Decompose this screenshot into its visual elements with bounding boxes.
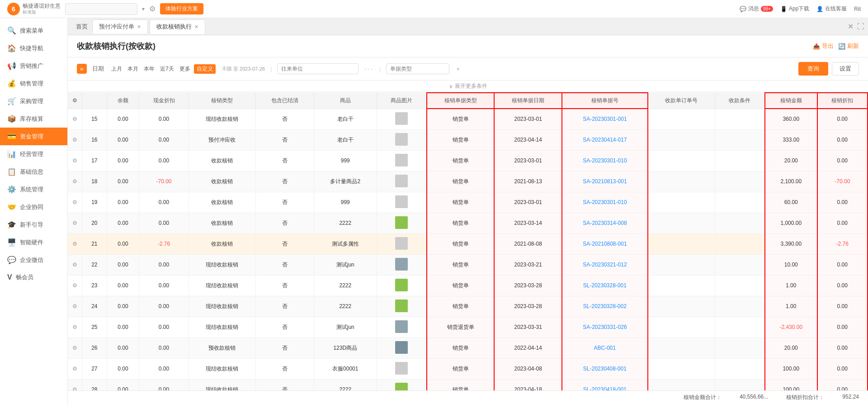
- query-button[interactable]: 查询: [798, 62, 828, 76]
- td-receipt-order-no: [648, 192, 715, 213]
- td-settings[interactable]: ⚙: [68, 275, 82, 296]
- date-more-btn[interactable]: 更多: [178, 64, 192, 74]
- bill-no-link[interactable]: SA-20230314-008: [583, 220, 627, 226]
- trial-button[interactable]: 体验行业方案: [160, 3, 203, 14]
- tab-receipt-close-icon[interactable]: ✕: [194, 24, 198, 30]
- bill-no-link[interactable]: SA-20230331-026: [583, 324, 627, 330]
- bill-no-link[interactable]: SA-20210813-001: [583, 178, 627, 185]
- sidebar-item-label: 采购管理: [20, 97, 43, 105]
- td-bill-no[interactable]: SL-20230418-001: [562, 379, 648, 390]
- tab-expand-btn[interactable]: ⛶: [857, 22, 864, 31]
- table-area[interactable]: ⚙ 余额 现金折扣 核销类型 包含已结清 商品 商品图片 核销单据类型 核销单据…: [68, 92, 868, 390]
- sidebar-item-sales[interactable]: 💰 销售管理: [0, 75, 67, 92]
- td-settings[interactable]: ⚙: [68, 254, 82, 275]
- td-settings[interactable]: ⚙: [68, 379, 82, 390]
- sidebar-item-collab[interactable]: 🤝 企业协同: [0, 198, 67, 216]
- td-cancel-discount: 0.00: [817, 254, 868, 275]
- date-7days-btn[interactable]: 近7天: [158, 64, 176, 74]
- td-bill-no[interactable]: SA-20210808-001: [562, 233, 648, 254]
- top-bar-right: 💬 消息 99+ 📱 App下载 👤 在线客服 Rit: [740, 5, 861, 13]
- sidebar-item-operation[interactable]: 📊 经营管理: [0, 145, 67, 163]
- td-bill-no[interactable]: SA-20230301-010: [562, 192, 648, 213]
- filter-expand-btn[interactable]: »: [77, 64, 87, 74]
- bill-no-link[interactable]: SA-20230301-010: [583, 199, 627, 205]
- td-settings[interactable]: ⚙: [68, 192, 82, 213]
- tab-receipt[interactable]: 收款核销执行 ✕: [150, 19, 205, 34]
- td-bill-no[interactable]: SA-20210813-001: [562, 171, 648, 192]
- th-settings[interactable]: ⚙: [68, 93, 82, 109]
- td-bill-no[interactable]: SA-20230301-010: [562, 150, 648, 171]
- sidebar-item-hardware[interactable]: 🖥️ 智能硬件: [0, 233, 67, 251]
- page-title-row: 收款核销执行(按收款) 📤 导出 🔄 刷新: [77, 41, 859, 52]
- td-cancel-type: 收款核销: [189, 213, 255, 233]
- td-bill-no[interactable]: SA-20230414-017: [562, 129, 648, 150]
- td-bill-no[interactable]: SA-20230314-008: [562, 213, 648, 233]
- export-button[interactable]: 📤 导出: [813, 42, 834, 50]
- td-settings[interactable]: ⚙: [68, 171, 82, 192]
- sidebar-item-basic[interactable]: 📋 基础信息: [0, 163, 67, 181]
- bill-no-link[interactable]: SL-20230328-001: [583, 282, 627, 289]
- tab-prepay[interactable]: 预付冲应付单 ✕: [92, 19, 148, 33]
- bill-no-link[interactable]: SA-20230414-017: [583, 137, 627, 143]
- message-btn[interactable]: 💬 消息 99+: [740, 5, 773, 13]
- td-balance: 0.00: [107, 109, 139, 129]
- service-btn[interactable]: 👤 在线客服: [816, 5, 847, 13]
- td-settings[interactable]: ⚙: [68, 296, 82, 317]
- tab-home[interactable]: 首页: [71, 20, 92, 33]
- td-settings[interactable]: ⚙: [68, 317, 82, 337]
- bill-no-link[interactable]: SA-20230321-012: [583, 261, 627, 268]
- td-settings[interactable]: ⚙: [68, 109, 82, 129]
- date-curr-year-btn[interactable]: 本年: [142, 64, 156, 74]
- single-type-dropdown[interactable]: ▾: [457, 66, 460, 72]
- td-settings[interactable]: ⚙: [68, 233, 82, 254]
- td-bill-no[interactable]: SL-20230328-002: [562, 296, 648, 317]
- td-settings[interactable]: ⚙: [68, 358, 82, 379]
- app-download-btn[interactable]: 📱 App下载: [780, 5, 809, 13]
- td-settings[interactable]: ⚙: [68, 129, 82, 150]
- sidebar-item-purchase[interactable]: 🛒 采购管理: [0, 92, 67, 110]
- td-goods: 多计量商品2: [314, 171, 377, 192]
- refresh-button[interactable]: 🔄 刷新: [838, 42, 859, 50]
- expand-more-row[interactable]: ∨ 展开更多条件: [68, 81, 868, 92]
- sidebar-item-system[interactable]: ⚙️ 系统管理: [0, 181, 67, 198]
- date-custom-btn[interactable]: 自定义: [194, 64, 216, 74]
- td-bill-no[interactable]: SA-20230331-026: [562, 317, 648, 337]
- td-bill-no[interactable]: SL-20230408-001: [562, 358, 648, 379]
- sidebar-item-member[interactable]: V 畅会员: [0, 269, 67, 286]
- tab-close-all-btn[interactable]: ✕: [848, 22, 854, 31]
- sidebar-item-nav[interactable]: 🏠 快捷导航: [0, 39, 67, 57]
- bill-no-link[interactable]: SL-20230408-001: [583, 366, 627, 372]
- sidebar-item-marketing[interactable]: 📢 营销推广: [0, 57, 67, 75]
- td-bill-no[interactable]: ABC-001: [562, 337, 648, 358]
- gear-icon[interactable]: ⚙: [149, 5, 156, 13]
- bill-no-link[interactable]: ABC-001: [594, 345, 616, 351]
- date-prev-month-btn[interactable]: 上月: [109, 64, 124, 74]
- td-settings[interactable]: ⚙: [68, 337, 82, 358]
- user-btn[interactable]: Rit: [854, 6, 861, 12]
- sidebar-item-guide[interactable]: 🎓 新手引导: [0, 216, 67, 233]
- sidebar-item-wechat[interactable]: 💬 企业微信: [0, 251, 67, 269]
- bill-no-link[interactable]: SL-20230418-001: [583, 386, 627, 390]
- td-settings[interactable]: ⚙: [68, 150, 82, 171]
- sidebar-item-inventory[interactable]: 📦 库存核算: [0, 110, 67, 128]
- bill-no-link[interactable]: SA-20230301-001: [583, 116, 627, 122]
- bill-no-link[interactable]: SL-20230328-002: [583, 303, 627, 309]
- bill-no-link[interactable]: SA-20210808-001: [583, 241, 627, 247]
- bill-no-link[interactable]: SA-20230301-010: [583, 157, 627, 164]
- td-bill-no[interactable]: SA-20230301-001: [562, 109, 648, 129]
- date-curr-month-btn[interactable]: 本月: [126, 64, 140, 74]
- sidebar-item-finance[interactable]: 💳 资金管理: [0, 128, 67, 145]
- single-type-input[interactable]: [386, 63, 449, 74]
- settings-button[interactable]: 设置: [832, 62, 859, 76]
- partner-input[interactable]: [277, 63, 359, 74]
- td-settings[interactable]: ⚙: [68, 213, 82, 233]
- tab-prepay-close-icon[interactable]: ✕: [137, 24, 141, 30]
- td-bill-no[interactable]: SL-20230328-001: [562, 275, 648, 296]
- dropdown-arrow-icon[interactable]: ▾: [142, 6, 145, 12]
- td-goods: 2222: [314, 275, 377, 296]
- td-bill-no[interactable]: SA-20230321-012: [562, 254, 648, 275]
- sidebar-item-search[interactable]: 🔍 搜索菜单: [0, 22, 67, 39]
- td-goods: 2222: [314, 213, 377, 233]
- td-cash-discount: 0.00: [139, 254, 189, 275]
- search-input[interactable]: [65, 3, 137, 15]
